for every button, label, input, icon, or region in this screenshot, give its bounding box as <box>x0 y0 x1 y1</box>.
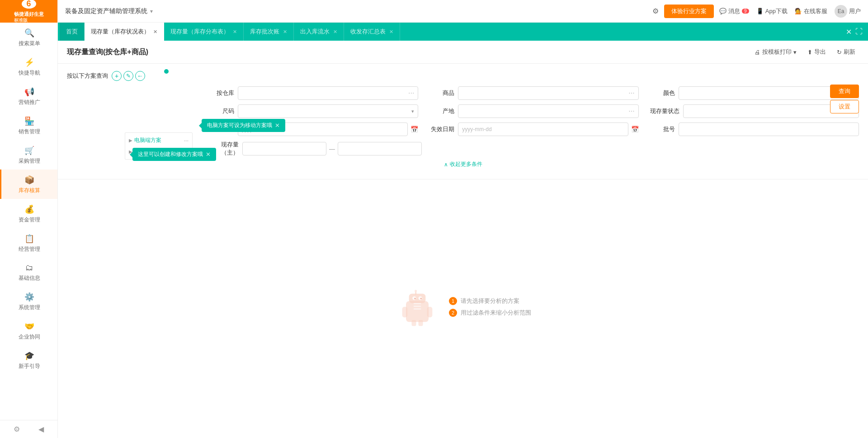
sidebar-item-label: 采购管理 <box>19 157 40 165</box>
add-scheme-btn[interactable]: + <box>112 71 122 81</box>
query-button[interactable]: 查询 <box>830 85 859 98</box>
tab-close-icon[interactable]: ✕ <box>283 29 287 35</box>
system-name: 装备及固定资产辅助管理系统 ▾ <box>65 7 647 15</box>
svg-rect-4 <box>419 320 423 326</box>
sidebar-item-base[interactable]: 🗂 基础信息 <box>0 258 57 287</box>
main-area: 装备及固定资产辅助管理系统 ▾ ⚙ 体验行业方案 💬 消息 9 📱 App下载 … <box>58 0 868 438</box>
tab-close-icon[interactable]: ✕ <box>153 29 157 35</box>
refresh-button[interactable]: ↻ 刷新 <box>833 46 859 58</box>
svg-rect-3 <box>412 320 416 326</box>
sidebar-item-marketing[interactable]: 📢 营销推广 <box>0 81 57 111</box>
sales-icon: 🏪 <box>24 116 34 126</box>
trial-button[interactable]: 体验行业方案 <box>664 5 714 18</box>
window-close-icon[interactable]: ✕ <box>846 28 852 36</box>
tab-label: 收发存汇总表 <box>350 28 386 36</box>
tab-home[interactable]: 首页 <box>60 23 85 41</box>
tab-receive-summary[interactable]: 收发存汇总表 ✕ <box>344 23 400 41</box>
sidebar-collapse-btn[interactable]: ◀ <box>38 425 44 433</box>
size-select[interactable]: ▾ <box>238 104 418 118</box>
reset-button[interactable]: 设置 <box>830 100 859 113</box>
origin-label: 产地 <box>427 107 454 115</box>
tooltip-create-scheme: 这里可以创建和修改方案哦 ✕ <box>132 148 216 161</box>
size-control: ▾ <box>238 104 418 118</box>
batch-input[interactable] <box>679 122 859 136</box>
filter-warehouse: 按仓库 ··· <box>207 86 418 100</box>
logo-icon: 6 <box>22 0 36 9</box>
sidebar-item-search[interactable]: 🔍 搜索菜单 <box>0 23 57 52</box>
filter-expire-date: 失效日期 yyyy-mm-dd 📅 <box>427 122 638 136</box>
export-button[interactable]: ⬆ 导出 <box>804 46 830 58</box>
sidebar-item-inventory[interactable]: 📦 库存核算 <box>0 170 57 199</box>
filter-size: 尺码 ▾ <box>207 104 418 118</box>
tooltip-text: 电脑方案可设为移动方案哦 <box>207 122 272 129</box>
sidebar-nav: 🔍 搜索菜单 ⚡ 快捷导航 📢 营销推广 🏪 销售管理 🛒 采购管理 📦 库存核… <box>0 23 57 420</box>
sidebar-item-sales[interactable]: 🏪 销售管理 <box>0 111 57 140</box>
expire-date-label: 失效日期 <box>427 125 454 133</box>
action-buttons: 查询 设置 <box>830 85 859 113</box>
sidebar-item-purchase[interactable]: 🛒 采购管理 <box>0 140 57 170</box>
arrow-left-btn[interactable]: ← <box>135 71 145 81</box>
query-section: 按以下方案查询 + ✎ ← ▶ 电脑端方案 ··· ▶ 移动端方案 <box>58 64 868 179</box>
empty-text: 1 请先选择要分析的方案 2 用过滤条件来缩小分析范围 <box>449 297 531 320</box>
tab-batch-account[interactable]: 库存批次账 ✕ <box>244 23 294 41</box>
support-action[interactable]: 💁 在线客服 <box>795 7 827 15</box>
sidebar-bottom: ⚙ ◀ <box>0 420 57 438</box>
sidebar-item-operation[interactable]: 📋 经营管理 <box>0 228 57 258</box>
sidebar-item-enterprise[interactable]: 🤝 企业协同 <box>0 316 57 345</box>
chevron-down-icon: ▾ <box>411 108 414 114</box>
calendar-icon[interactable]: 📅 <box>631 126 639 133</box>
stock-min-input[interactable] <box>242 142 326 155</box>
content-area: 现存量查询(按仓库+商品) 🖨 按模板打印 ▾ ⬆ 导出 ↻ 刷新 <box>58 41 868 438</box>
empty-illustration <box>395 286 440 331</box>
stock-range: — <box>242 142 422 155</box>
tab-close-icon[interactable]: ✕ <box>389 29 393 35</box>
tab-close-icon[interactable]: ✕ <box>333 29 337 35</box>
export-icon: ⬆ <box>807 49 812 56</box>
size-label: 尺码 <box>207 107 234 115</box>
tab-label: 库存批次账 <box>250 28 279 36</box>
tooltip-close-btn[interactable]: ✕ <box>275 122 280 129</box>
goods-select[interactable]: ··· <box>458 86 638 100</box>
filter-stock-status: 现存量状态 ▾ <box>648 104 859 118</box>
user-action[interactable]: Ea 用户 <box>835 5 861 18</box>
svg-rect-1 <box>402 307 408 317</box>
refresh-icon: ↻ <box>837 49 842 56</box>
page-header: 现存量查询(按仓库+商品) 🖨 按模板打印 ▾ ⬆ 导出 ↻ 刷新 <box>58 41 868 64</box>
sidebar-item-label: 经营管理 <box>19 245 40 253</box>
sidebar-item-quicknav[interactable]: ⚡ 快捷导航 <box>0 52 57 81</box>
sidebar-item-label: 资金管理 <box>19 216 40 224</box>
base-icon: 🗂 <box>25 263 33 273</box>
stock-max-input[interactable] <box>338 142 422 155</box>
message-action[interactable]: 💬 消息 9 <box>719 7 749 15</box>
calendar-icon[interactable]: 📅 <box>410 126 418 133</box>
sidebar-item-finance[interactable]: 💰 资金管理 <box>0 199 57 228</box>
scheme-pc-label: 电脑端方案 <box>134 137 161 144</box>
sidebar-logo: 6 畅捷通好生意 标准版 <box>0 0 57 23</box>
svg-point-14 <box>415 290 417 292</box>
origin-select[interactable]: ··· <box>458 104 638 118</box>
header-settings-icon[interactable]: ⚙ <box>652 7 659 15</box>
tab-close-icon[interactable]: ✕ <box>233 29 237 35</box>
print-button[interactable]: 🖨 按模板打印 ▾ <box>751 46 800 58</box>
warehouse-label: 按仓库 <box>207 89 234 97</box>
inventory-icon: 📦 <box>24 175 34 185</box>
guide-icon: 🎓 <box>24 351 34 361</box>
edit-scheme-btn[interactable]: ✎ <box>123 71 133 81</box>
warehouse-select[interactable]: ··· <box>238 86 418 100</box>
app-download-action[interactable]: 📱 App下载 <box>756 7 788 15</box>
sidebar-item-label: 基础信息 <box>19 274 40 282</box>
tab-inventory-status[interactable]: 现存量（库存状况表） ✕ <box>85 23 164 41</box>
tooltip-close-btn[interactable]: ✕ <box>206 151 211 158</box>
sidebar-item-system[interactable]: ⚙️ 系统管理 <box>0 287 57 316</box>
scheme-pc[interactable]: ▶ 电脑端方案 ··· <box>125 135 192 146</box>
sidebar-item-guide[interactable]: 🎓 新手引导 <box>0 345 57 375</box>
tab-inventory-dist[interactable]: 现存量（库存分布表） ✕ <box>164 23 244 41</box>
expire-date-input[interactable]: yyyy-mm-dd <box>458 122 628 136</box>
sidebar-settings-btn[interactable]: ⚙ <box>14 425 20 433</box>
sidebar-item-label: 销售管理 <box>19 128 40 136</box>
tab-inout-flow[interactable]: 出入库流水 ✕ <box>294 23 344 41</box>
goods-control: ··· <box>458 86 638 100</box>
avatar: Ea <box>835 5 847 18</box>
page-actions: 🖨 按模板打印 ▾ ⬆ 导出 ↻ 刷新 <box>751 46 859 58</box>
window-maximize-icon[interactable]: ⛶ <box>855 28 863 36</box>
